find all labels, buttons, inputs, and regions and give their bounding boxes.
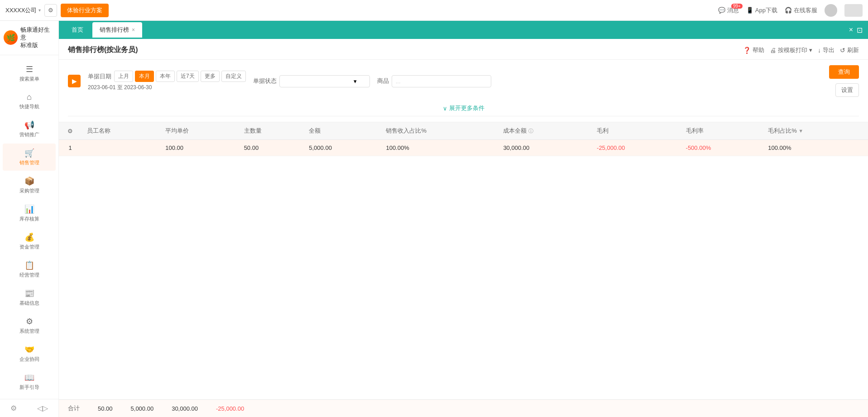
table-wrapper[interactable]: ⚙ 员工名称 平均单价 主数量 全额 销售收入占比% 成本全额 ⓘ 毛利 毛利率…: [59, 122, 868, 399]
date-btn-this-month[interactable]: 本月: [135, 71, 154, 82]
sidebar-logo: 🌿 畅康通好生意 标准版: [0, 21, 58, 55]
footer-cost-amount: 30,000.00: [172, 405, 198, 412]
settings-icon[interactable]: ⚙: [44, 4, 57, 17]
nav-label: 企业协同: [19, 356, 39, 363]
sidebar-item-资金管理[interactable]: 💰 资金管理: [3, 228, 56, 255]
status-label: 单据状态: [253, 77, 277, 85]
company-name: XXXXX公司: [5, 6, 37, 14]
nav-icon: 🤝: [24, 345, 34, 355]
page-content: 销售排行榜(按业务员) ❓ 帮助 🖨 按模板打印 ▾ ↓ 导出: [59, 39, 868, 417]
tab-close-icon[interactable]: ×: [132, 27, 135, 33]
col-gross-rate-header: 毛利率: [681, 122, 763, 140]
sidebar-item-销售管理[interactable]: 🛒 销售管理: [3, 144, 56, 171]
status-placeholder: [283, 78, 285, 85]
goods-select[interactable]: ...: [392, 75, 491, 87]
sidebar-settings-icon[interactable]: ⚙: [10, 404, 17, 412]
print-icon: 🖨: [770, 47, 776, 54]
sidebar-item-快捷导航[interactable]: ⌂ 快捷导航: [3, 88, 56, 115]
sidebar-item-库存核算[interactable]: 📊 库存核算: [3, 200, 56, 227]
col-gross-pct-header: 毛利占比% ▼: [762, 122, 868, 140]
page-actions: ❓ 帮助 🖨 按模板打印 ▾ ↓ 导出 ↺ 刷新: [743, 46, 859, 54]
help-icon: ❓: [743, 47, 751, 54]
date-btn-custom[interactable]: 自定义: [221, 71, 246, 82]
nav-label: 搜索菜单: [19, 76, 39, 82]
nav-icon: 📋: [24, 260, 34, 270]
nav-label: 新手引导: [19, 384, 39, 391]
filter-toggle-icon[interactable]: ▶: [68, 75, 81, 87]
nav-label: 资金管理: [19, 244, 39, 250]
nav-label: 经营管理: [19, 272, 39, 278]
cell-main-qty: 50.00: [239, 140, 304, 156]
sales-ranking-table: ⚙ 员工名称 平均单价 主数量 全额 销售收入占比% 成本全额 ⓘ 毛利 毛利率…: [59, 122, 868, 156]
col-gross-profit-header: 毛利: [591, 122, 681, 140]
goods-placeholder: ...: [396, 78, 401, 85]
user-avatar[interactable]: [825, 4, 837, 17]
sidebar-item-企业协同[interactable]: 🤝 企业协同: [3, 340, 56, 367]
sidebar-collapse-icon[interactable]: ◁▷: [37, 404, 48, 412]
sidebar-item-系统管理[interactable]: ⚙ 系统管理: [3, 312, 56, 339]
col-sales-pct-header: 销售收入占比%: [380, 122, 498, 140]
page-header: 销售排行榜(按业务员) ❓ 帮助 🖨 按模板打印 ▾ ↓ 导出: [59, 39, 868, 60]
expand-icon: ∨: [443, 105, 447, 112]
window-close-icon[interactable]: ×: [849, 26, 853, 34]
footer-main-qty: 50.00: [98, 405, 113, 412]
help-button[interactable]: ❓ 帮助: [743, 46, 764, 54]
date-btn-last-month[interactable]: 上月: [114, 71, 133, 82]
date-label: 单据日期: [88, 72, 111, 81]
status-chevron-icon: ▾: [354, 78, 357, 85]
sidebar: 🌿 畅康通好生意 标准版 ☰ 搜索菜单 ⌂ 快捷导航 📢 营销推广 🛒 销售管理…: [0, 21, 59, 417]
export-button[interactable]: ↓ 导出: [818, 46, 834, 54]
user-name-area[interactable]: [844, 4, 863, 17]
refresh-button[interactable]: ↺ 刷新: [840, 46, 859, 54]
query-button[interactable]: 查询: [829, 65, 859, 79]
nav-icon: 📦: [24, 176, 34, 186]
cell-amount: 5,000.00: [303, 140, 380, 156]
sidebar-item-搜索菜单[interactable]: ☰ 搜索菜单: [3, 60, 56, 87]
company-chevron-icon: ▾: [38, 8, 41, 13]
top-bar: XXXXX公司 ▾ ⚙ 体验行业方案 💬 消息 99+ 📱 App下载 🎧 在线…: [0, 0, 868, 21]
date-btn-this-year[interactable]: 本年: [156, 71, 175, 82]
settings-button[interactable]: 设置: [835, 83, 859, 97]
logo-text: 畅康通好生意 标准版: [20, 26, 55, 49]
col-settings-header[interactable]: ⚙: [59, 122, 82, 140]
nav-icon: 💰: [24, 232, 34, 242]
online-service-label: 在线客服: [794, 6, 817, 14]
message-button[interactable]: 💬 消息 99+: [718, 6, 739, 14]
sidebar-item-新手引导[interactable]: 📖 新手引导: [3, 368, 56, 395]
nav-icon: ⌂: [27, 92, 32, 102]
cell-sales-pct: 100.00%: [380, 140, 498, 156]
sidebar-item-基础信息[interactable]: 📰 基础信息: [3, 284, 56, 311]
tab-sales-ranking[interactable]: 销售排行榜 ×: [92, 22, 142, 38]
nav-icon: ☰: [26, 64, 33, 74]
sidebar-item-经营管理[interactable]: 📋 经营管理: [3, 256, 56, 283]
message-icon: 💬: [718, 7, 725, 14]
table-row[interactable]: 1 100.00 50.00 5,000.00 100.00% 30,000.0…: [59, 140, 868, 156]
nav-label: 采购管理: [19, 187, 39, 194]
expand-more-button[interactable]: ∨ 展开更多条件: [443, 104, 484, 112]
sidebar-item-采购管理[interactable]: 📦 采购管理: [3, 172, 56, 199]
main-layout: 🌿 畅康通好生意 标准版 ☰ 搜索菜单 ⌂ 快捷导航 📢 营销推广 🛒 销售管理…: [0, 21, 868, 417]
sidebar-bottom: ⚙ ◁▷: [0, 399, 58, 417]
date-btn-more[interactable]: 更多: [201, 71, 220, 82]
nav-label: 基础信息: [19, 300, 39, 307]
trial-button[interactable]: 体验行业方案: [61, 4, 109, 17]
sidebar-nav: ☰ 搜索菜单 ⌂ 快捷导航 📢 营销推广 🛒 销售管理 📦 采购管理 📊 库存核…: [0, 55, 58, 399]
cell-gross-profit: -25,000.00: [591, 140, 681, 156]
cell-cost-amount: 30,000.00: [498, 140, 591, 156]
col-avg-price-header: 平均单价: [160, 122, 238, 140]
window-restore-icon[interactable]: ⊡: [857, 26, 863, 34]
filter-right-actions: 查询 设置: [829, 65, 859, 97]
cell-name: [82, 140, 160, 156]
company-selector[interactable]: XXXXX公司 ▾: [5, 6, 41, 14]
app-download-button[interactable]: 📱 App下载: [746, 6, 777, 14]
print-button[interactable]: 🖨 按模板打印 ▾: [770, 46, 812, 54]
tab-home[interactable]: 首页: [64, 22, 91, 38]
filter-bar: ▶ 单据日期 上月 本月 本年 近7天 更多 自定义: [59, 60, 868, 122]
date-btn-7days[interactable]: 近7天: [177, 71, 199, 82]
col-main-qty-header: 主数量: [239, 122, 304, 140]
status-select[interactable]: ▾: [279, 75, 370, 87]
sidebar-item-营销推广[interactable]: 📢 营销推广: [3, 115, 56, 143]
tab-label: 销售排行榜: [100, 26, 129, 34]
online-service-button[interactable]: 🎧 在线客服: [785, 6, 817, 14]
nav-icon: 📰: [24, 288, 34, 298]
